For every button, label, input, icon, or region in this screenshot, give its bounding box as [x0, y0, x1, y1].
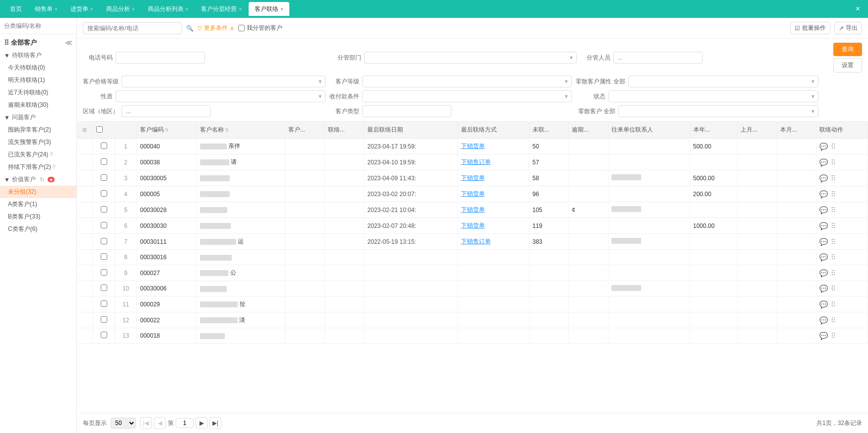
last-page-btn[interactable]: ▶| [209, 417, 221, 429]
contact-method-link[interactable]: 下销售订单 [461, 238, 491, 245]
close-tab-customer-contact[interactable]: × [280, 6, 283, 12]
search-input[interactable] [83, 22, 182, 34]
message-icon[interactable]: 💬 [819, 285, 828, 292]
th-settings[interactable]: ⚙ [77, 122, 93, 139]
next-page-btn[interactable]: ▶ [196, 417, 207, 429]
collapse-sidebar-icon[interactable]: ≪ [65, 39, 72, 47]
grid-action-icon[interactable]: ⠿ [831, 174, 836, 182]
refresh-icon[interactable]: ↻ [40, 176, 45, 183]
grid-action-icon[interactable]: ⠿ [831, 285, 836, 292]
contact-method-link[interactable]: 下销售订单 [461, 158, 491, 165]
row-checkbox[interactable] [101, 174, 107, 181]
tab-customer-tier[interactable]: 客户分层经营 × [195, 2, 248, 16]
reset-btn[interactable]: 设置 [833, 58, 862, 72]
sidebar-item-class-b[interactable]: B类客户(33) [0, 211, 76, 223]
row-checkbox[interactable] [101, 253, 107, 260]
contact-method-link[interactable]: 下销货单 [461, 190, 485, 197]
settings-icon[interactable]: ⚙ [82, 127, 87, 134]
message-icon[interactable]: 💬 [819, 300, 828, 308]
page-number-input[interactable] [176, 418, 194, 428]
message-icon[interactable]: 💬 [819, 332, 828, 340]
tab-home[interactable]: 首页 [4, 2, 28, 16]
grid-action-icon[interactable]: ⠿ [831, 316, 836, 324]
sidebar-item-7days[interactable]: 近7天待联络(0) [0, 86, 76, 99]
close-tab-customer-tier[interactable]: × [239, 6, 242, 12]
message-icon[interactable]: 💬 [819, 143, 828, 150]
message-icon[interactable]: 💬 [819, 238, 828, 246]
tab-sales[interactable]: 销售单 × [29, 2, 64, 16]
grid-action-icon[interactable]: ⠿ [831, 190, 836, 198]
row-checkbox[interactable] [101, 206, 107, 213]
grid-action-icon[interactable]: ⠿ [831, 158, 836, 166]
prev-page-btn[interactable]: ◀ [154, 417, 166, 429]
my-customers-checkbox[interactable] [238, 25, 245, 31]
tab-product-analysis[interactable]: 商品分析 × [100, 2, 141, 16]
contact-method-link[interactable]: 下销货单 [461, 206, 485, 213]
row-checkbox[interactable] [101, 300, 107, 307]
sidebar-item-overdue[interactable]: 逾期未联络(30) [0, 99, 76, 111]
sidebar-item-declining[interactable]: 持续下滑客户(2) ? [0, 161, 76, 173]
customer-type-input[interactable] [362, 105, 452, 117]
price-level-select[interactable] [122, 75, 326, 87]
row-checkbox[interactable] [101, 158, 107, 165]
row-checkbox[interactable] [101, 222, 107, 228]
sidebar-item-class-c[interactable]: C类客户(6) [0, 223, 76, 235]
sort-icon-name[interactable]: ⇅ [225, 127, 229, 133]
message-icon[interactable]: 💬 [819, 222, 828, 230]
contact-method-link[interactable]: 下销货单 [461, 222, 485, 229]
status-select[interactable] [608, 90, 818, 102]
all-customers-header[interactable]: ⠿ 全部客户 ≪ [0, 34, 76, 49]
dept-select[interactable] [364, 52, 576, 64]
grid-action-icon[interactable]: ⠿ [831, 143, 836, 150]
first-page-btn[interactable]: |◀ [140, 417, 152, 429]
sidebar-item-tomorrow[interactable]: 明天待联络(1) [0, 74, 76, 86]
grid-action-icon[interactable]: ⠿ [831, 269, 836, 277]
grid-action-icon[interactable]: ⠿ [831, 332, 836, 340]
batch-ops-btn[interactable]: ☑ 批量操作 [790, 22, 830, 34]
export-btn[interactable]: ↗ 导出 [834, 22, 862, 34]
sidebar-item-class-a[interactable]: A类客户(1) [0, 198, 76, 211]
close-all-tabs[interactable]: × [852, 4, 864, 13]
per-page-select[interactable]: 50 100 200 [111, 418, 136, 429]
payment-select[interactable] [362, 90, 572, 102]
region-input[interactable] [122, 105, 211, 117]
row-checkbox[interactable] [101, 316, 107, 323]
group-pending-contact[interactable]: ▼ 待联络客户 [0, 49, 76, 62]
message-icon[interactable]: 💬 [819, 190, 828, 198]
query-btn[interactable]: 查询 [833, 43, 862, 56]
sidebar-search-input[interactable] [4, 22, 77, 29]
close-tab-product-list[interactable]: × [186, 6, 189, 12]
sidebar-item-churned[interactable]: 已流失客户(24) ? [0, 148, 76, 161]
sidebar-item-today[interactable]: 今天待联络(0) [0, 62, 76, 74]
grid-action-icon[interactable]: ⠿ [831, 206, 836, 214]
nature-select[interactable] [116, 90, 326, 102]
contact-method-link[interactable]: 下销货单 [461, 174, 485, 181]
message-icon[interactable]: 💬 [819, 158, 828, 166]
tab-product-list[interactable]: 商品分析列表 × [142, 2, 195, 16]
tab-customer-contact[interactable]: 客户联络 × [249, 2, 289, 16]
group-problem-customers[interactable]: ▼ 问题客户 [0, 111, 76, 124]
close-tab-purchase[interactable]: × [90, 6, 93, 12]
row-checkbox[interactable] [101, 332, 107, 338]
scatter-customer-select[interactable] [618, 105, 818, 117]
group-value-customers[interactable]: ▼ 价值客户 ↻ ● [0, 173, 76, 186]
row-checkbox[interactable] [101, 285, 107, 291]
close-tab-sales[interactable]: × [55, 6, 58, 12]
row-checkbox[interactable] [101, 269, 107, 276]
customer-level-select[interactable] [362, 75, 572, 87]
search-btn-icon[interactable]: 🔍 [186, 25, 194, 32]
more-filters-btn[interactable]: ▽ 更多条件 ∧ [198, 24, 234, 32]
scatter-attr-select[interactable] [628, 75, 818, 87]
grid-action-icon[interactable]: ⠿ [831, 222, 836, 230]
my-customers-filter[interactable]: 我分管的客户 [238, 24, 282, 32]
row-checkbox[interactable] [101, 238, 107, 244]
tab-purchase[interactable]: 进货单 × [65, 2, 99, 16]
sidebar-item-hoarding[interactable]: 囤购异常客户(2) [0, 124, 76, 136]
sidebar-item-ungroup[interactable]: 未分组(32) [0, 186, 76, 198]
contact-method-link[interactable]: 下销货单 [461, 143, 485, 149]
message-icon[interactable]: 💬 [819, 253, 828, 261]
row-checkbox[interactable] [101, 143, 107, 149]
select-all-checkbox[interactable] [96, 126, 103, 133]
message-icon[interactable]: 💬 [819, 206, 828, 214]
sort-icon-code[interactable]: ⇅ [165, 127, 169, 133]
